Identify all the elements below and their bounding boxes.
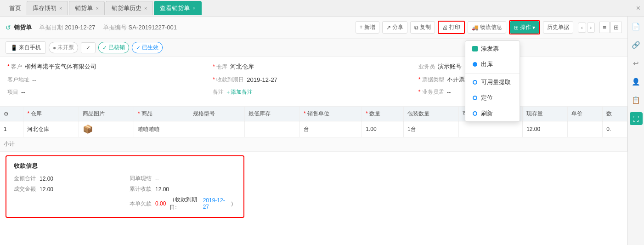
effective-check-icon: ✓	[136, 45, 141, 51]
sidebar-expand-icon[interactable]: ⛶	[630, 112, 643, 125]
prev-button[interactable]: ‹	[578, 23, 586, 33]
products-table: ⚙ 仓库 商品图片 商品 规格型号 最低库存 销售单位 数量 包装数量 可用量（…	[0, 107, 627, 151]
check-icon: ✓	[86, 45, 90, 51]
invoice-label: 添发票	[481, 45, 499, 53]
refresh-label: 刷新	[481, 109, 493, 118]
close-parens: ）	[231, 200, 236, 208]
doc-number-label: 单据编号 SA-20191227-001	[103, 23, 177, 32]
tab-view-sales-close[interactable]: ×	[192, 6, 195, 11]
verified-badge[interactable]: ✓ 已核销	[98, 42, 129, 53]
row-other: 0.	[603, 121, 627, 137]
total-amount-row: 金额合计 12.00	[14, 175, 120, 182]
dropdown-item-refresh[interactable]: 刷新	[465, 106, 520, 121]
tab-inventory-close[interactable]: ×	[59, 6, 62, 11]
doc-date-value: 2019-12-27	[65, 24, 96, 31]
this-order-due-label: 本单欠款	[130, 200, 152, 208]
view-toggle: ≡ ⊞	[599, 22, 622, 33]
payment-section: 收款信息 金额合计 12.00 同单现结 -- 成交金额 12.00	[6, 155, 244, 218]
row-image: 📦	[79, 121, 134, 137]
tab-home[interactable]: 首页	[4, 1, 27, 15]
tab-sales[interactable]: 销货单 ×	[69, 1, 104, 15]
new-button[interactable]: + 新增	[356, 21, 379, 34]
sidebar-clipboard-icon[interactable]: 📋	[630, 94, 643, 107]
same-order-settle-label: 同单现结	[130, 175, 152, 182]
tab-view-sales[interactable]: 查看销货单 ×	[154, 1, 201, 15]
due-date-parens: （收款到期日:	[169, 196, 199, 211]
ticket-type-value: 不开票	[447, 75, 465, 84]
cumulative-collection-value: 12.00	[155, 186, 169, 193]
plus-icon: +	[226, 89, 230, 96]
customer-group: 客户 柳州粤港平安气体有限公司	[7, 63, 209, 71]
print-button[interactable]: 🖨 打印	[439, 22, 464, 33]
sidebar-user-icon[interactable]: 👤	[630, 75, 643, 88]
tab-history[interactable]: 销货单历史 ×	[106, 1, 153, 15]
product-image-icon: 📦	[83, 125, 93, 134]
total-amount-label: 金额合计	[14, 175, 36, 182]
row-spec	[189, 121, 244, 137]
address-label: 客户地址	[7, 76, 29, 84]
tab-inventory[interactable]: 库存期初 ×	[27, 1, 68, 15]
form-row-3: 项目 -- 备注 + 添加备注 业务员孟 --	[7, 88, 620, 96]
remark-label: 备注	[213, 88, 224, 96]
dropdown-item-locate[interactable]: 定位	[465, 90, 520, 106]
tab-home-label: 首页	[9, 5, 21, 11]
tab-sales-close[interactable]: ×	[96, 6, 98, 11]
outbound-icon	[472, 61, 478, 68]
history-label: 历史单据	[547, 23, 569, 31]
share-button[interactable]: ↗ 分享	[382, 21, 407, 34]
subtotal-label: 小计	[0, 137, 627, 151]
dropdown-item-outbound[interactable]: 出库	[465, 57, 520, 72]
th-stock: 现存量	[523, 107, 568, 121]
dropdown-divider	[465, 73, 520, 74]
dropdown-item-invoice[interactable]: 添发票	[465, 41, 520, 57]
check-circle-icon: ✓	[102, 45, 107, 51]
operations-button[interactable]: ⊞ 操作 ▾	[510, 21, 539, 34]
tab-history-close[interactable]: ×	[144, 6, 147, 11]
not-open-label: 未开票	[57, 44, 74, 51]
sidebar-link-icon[interactable]: 🔗	[630, 39, 643, 51]
remark-group: 备注 + 添加备注	[213, 88, 414, 96]
due-date-label: 收款到期日	[169, 196, 197, 211]
not-open-badge[interactable]: ● 未开票	[49, 42, 78, 53]
copy-button[interactable]: ⧉ 复制	[410, 21, 435, 34]
row-available	[459, 121, 523, 137]
row-num: 1	[0, 121, 23, 137]
grid-view-button[interactable]: ⊞	[610, 22, 622, 33]
row-warehouse: 河北仓库	[23, 121, 79, 137]
payment-title: 收款信息	[14, 162, 236, 170]
row-price	[568, 121, 603, 137]
logistics-button[interactable]: 🚚 物流信息	[468, 21, 506, 34]
sidebar-refresh-icon[interactable]: ↩	[630, 57, 643, 70]
th-unit: 销售单位	[300, 107, 362, 121]
add-remark-button[interactable]: + 添加备注	[226, 88, 253, 96]
effective-badge[interactable]: ✓ 已生效	[132, 42, 163, 53]
tab-history-label: 销货单历史	[112, 4, 141, 12]
this-order-due-row	[14, 196, 120, 211]
row-unit: 台	[300, 121, 362, 137]
form-row-2: 客户地址 -- 收款到期日 2019-12-27 票据类型 不开票	[7, 75, 620, 84]
effective-label: 已生效	[142, 44, 158, 51]
row-pack-qty: 1台	[403, 121, 458, 137]
tab-bar: 首页 库存期初 × 销货单 × 销货单历史 × 查看销货单 × ×	[0, 0, 644, 17]
sidebar-doc-icon[interactable]: 📄	[630, 20, 643, 33]
customer-value: 柳州粤港平安气体有限公司	[25, 63, 96, 71]
logistics-label: 物流信息	[480, 23, 502, 31]
next-button[interactable]: ›	[587, 23, 595, 33]
list-view-button[interactable]: ≡	[599, 22, 610, 33]
content-area: ↺ 销货单 单据日期 2019-12-27 单据编号 SA-20191227-0…	[0, 17, 627, 245]
verified-label: 已核销	[108, 44, 125, 51]
dropdown-item-available[interactable]: 可用量提取	[465, 74, 520, 90]
tab-bar-close[interactable]: ×	[636, 4, 640, 12]
settings-icon: ⚙	[4, 111, 9, 117]
outbound-label: 出库	[481, 60, 493, 68]
project-group: 项目 --	[7, 88, 209, 96]
history-button[interactable]: 历史单据	[543, 21, 573, 34]
mobile-icon: 📱	[11, 45, 17, 51]
invoice-icon	[472, 46, 478, 52]
from-mobile-button[interactable]: 📱 来自手机	[6, 41, 46, 54]
payment-date-label: 收款到期日	[213, 76, 244, 84]
copy-icon: ⧉	[414, 24, 418, 31]
business-label: 业务员孟	[418, 88, 444, 96]
check-button[interactable]: ✓	[81, 42, 96, 53]
available-icon	[472, 79, 478, 85]
